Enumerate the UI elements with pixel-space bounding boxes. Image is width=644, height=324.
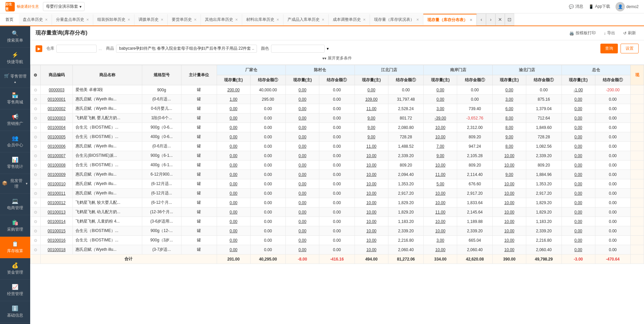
td-wh-2-stock[interactable]: 10.00 bbox=[355, 217, 388, 226]
td-wh-2-stock[interactable]: 10.00 bbox=[355, 189, 388, 198]
td-wh-0-stock[interactable]: 1.00 bbox=[217, 95, 250, 104]
td-wh-1-stock[interactable]: 0.00 bbox=[286, 85, 319, 95]
td-wh-3-stock[interactable]: 0.00 bbox=[424, 95, 457, 104]
tab-prev-btn[interactable]: ‹ bbox=[477, 13, 486, 26]
td-wh-0-stock[interactable]: 0.00 bbox=[217, 132, 250, 142]
user-area[interactable]: 👤 demo2 bbox=[615, 2, 639, 11]
print-btn[interactable]: 🖨️ 按模板打印 bbox=[567, 29, 598, 37]
td-wh-1-stock[interactable]: 0.00 bbox=[286, 113, 319, 123]
search-btn[interactable]: 查询 bbox=[600, 44, 618, 53]
td-wh-1-stock[interactable]: 0.00 bbox=[286, 245, 319, 254]
sidebar-item-member[interactable]: 👥 会员中心 bbox=[0, 131, 30, 152]
td-wh-0-stock[interactable]: 0.00 bbox=[217, 104, 250, 113]
td-code[interactable]: 00100010 bbox=[41, 179, 73, 189]
td-total-stock[interactable]: 0.00 bbox=[561, 123, 595, 132]
td-wh-1-stock[interactable]: 0.00 bbox=[286, 95, 319, 104]
color-input[interactable] bbox=[271, 45, 325, 53]
tab-flpddl[interactable]: 分量盘点单历史 ✕ bbox=[52, 14, 93, 25]
td-wh-2-stock[interactable]: 109.00 bbox=[355, 95, 388, 104]
sidebar-item-finance[interactable]: 💰 资金管理 bbox=[0, 258, 30, 280]
td-code[interactable]: 00100002 bbox=[41, 104, 73, 113]
tab-yhd-close[interactable]: ✕ bbox=[194, 18, 197, 21]
tab-xczl-kcqk[interactable]: 现存量（库存状况表） ✕ bbox=[370, 14, 423, 25]
td-wh-3-stock[interactable]: 11.00 bbox=[424, 170, 457, 179]
tab-close-all-btn[interactable]: ✕ bbox=[495, 13, 505, 26]
td-wh-0-stock[interactable]: 0.00 bbox=[217, 207, 250, 217]
th-settings[interactable]: ⚙ bbox=[31, 65, 41, 85]
td-wh-1-stock[interactable]: 0.00 bbox=[286, 142, 319, 151]
tab-clckd[interactable]: 材料出库单历史 ✕ bbox=[242, 14, 283, 25]
td-wh-0-stock[interactable]: 0.00 bbox=[217, 217, 250, 226]
tab-cbtz[interactable]: 成本调整单历史 ✕ bbox=[329, 14, 370, 25]
tab-zzcc-close[interactable]: ✕ bbox=[127, 18, 130, 21]
td-wh-0-stock[interactable]: 0.00 bbox=[217, 179, 250, 189]
td-wh-3-stock[interactable]: 3.00 bbox=[424, 104, 457, 113]
td-total-stock[interactable]: 0.00 bbox=[561, 189, 595, 198]
td-code[interactable]: 00100007 bbox=[41, 151, 73, 160]
td-wh-1-stock[interactable]: 0.00 bbox=[286, 170, 319, 179]
td-wh-1-stock[interactable]: 0.00 bbox=[286, 151, 319, 160]
td-wh-2-stock[interactable]: 10.00 bbox=[355, 151, 388, 160]
td-wh-3-stock[interactable]: 9.00 bbox=[424, 151, 457, 160]
sidebar-item-purchase[interactable]: 🛍️ 采购管理 bbox=[0, 215, 30, 237]
td-wh-1-stock[interactable]: 0.00 bbox=[286, 198, 319, 207]
td-wh-3-stock[interactable]: 7.00 bbox=[424, 142, 457, 151]
td-wh-4-stock[interactable]: 8.00 bbox=[492, 113, 526, 123]
td-wh-4-stock[interactable]: 10.00 bbox=[492, 198, 526, 207]
tab-xczl-kcqk-close[interactable]: ✕ bbox=[416, 18, 419, 21]
sidebar-item-marketing[interactable]: 📢 营销推广 bbox=[0, 109, 30, 131]
td-wh-0-stock[interactable]: 0.00 bbox=[217, 123, 250, 132]
td-wh-4-stock[interactable]: 3.00 bbox=[492, 95, 526, 104]
tab-expand-btn[interactable]: ⊡ bbox=[505, 13, 514, 26]
td-wh-2-stock[interactable]: 10.00 bbox=[355, 245, 388, 254]
td-wh-1-stock[interactable]: 0.00 bbox=[286, 160, 319, 170]
setting-btn[interactable]: 设置 bbox=[621, 44, 639, 53]
td-code[interactable]: 00100003 bbox=[41, 113, 73, 123]
td-wh-3-stock[interactable]: 5.00 bbox=[424, 179, 457, 189]
td-wh-0-stock[interactable]: 0.00 bbox=[217, 113, 250, 123]
td-wh-0-stock[interactable]: 0.00 bbox=[217, 198, 250, 207]
td-wh-0-stock[interactable]: 0.00 bbox=[217, 236, 250, 245]
sidebar-item-wholesale[interactable]: 📦 批发管理 ▼ bbox=[0, 174, 30, 194]
td-wh-3-stock[interactable]: 3.00 bbox=[424, 236, 457, 245]
message-btn[interactable]: 💬 消息 bbox=[569, 4, 583, 9]
tab-zzcc[interactable]: 组装拆卸单历史 ✕ bbox=[93, 14, 135, 25]
td-total-stock[interactable]: 0.00 bbox=[561, 95, 595, 104]
td-wh-4-stock[interactable]: 10.00 bbox=[492, 189, 526, 198]
industry-dropdown[interactable]: 母婴行业演示陈套 ▾ bbox=[43, 2, 85, 11]
td-wh-1-stock[interactable]: 0.00 bbox=[286, 189, 319, 198]
td-wh-3-stock[interactable]: 10.00 bbox=[424, 123, 457, 132]
td-wh-4-stock[interactable]: 10.00 bbox=[492, 207, 526, 217]
tab-yhd[interactable]: 要货单历史 ✕ bbox=[168, 14, 201, 25]
td-wh-1-stock[interactable]: 0.00 bbox=[286, 217, 319, 226]
warehouse-input[interactable] bbox=[56, 45, 97, 53]
td-total-stock[interactable]: 0.00 bbox=[561, 160, 595, 170]
td-code[interactable]: 00100011 bbox=[41, 189, 73, 198]
tab-tbbos[interactable]: 调拨单历史 ✕ bbox=[135, 14, 168, 25]
filter-toggle-btn[interactable]: ▶ bbox=[36, 45, 42, 52]
td-wh-4-stock[interactable]: 6.00 bbox=[492, 104, 526, 113]
tab-next-btn[interactable]: › bbox=[486, 13, 495, 26]
td-wh-2-stock[interactable]: 9.00 bbox=[355, 113, 388, 123]
td-code[interactable]: 00100009 bbox=[41, 170, 73, 179]
td-wh-2-stock[interactable]: 10.00 bbox=[355, 207, 388, 217]
sidebar-item-nav[interactable]: ⚡ 快捷导航 bbox=[0, 48, 30, 69]
export-btn[interactable]: ↓ 导出 bbox=[601, 29, 618, 37]
tab-pddl[interactable]: 盘点单历史 ✕ bbox=[19, 14, 52, 25]
td-total-stock[interactable]: 0.00 bbox=[561, 142, 595, 151]
td-wh-3-stock[interactable]: 10.00 bbox=[424, 160, 457, 170]
goods-input[interactable] bbox=[116, 45, 257, 53]
td-wh-4-stock[interactable]: 10.00 bbox=[492, 245, 526, 254]
td-code[interactable]: 00100005 bbox=[41, 132, 73, 142]
td-wh-3-stock[interactable]: 10.00 bbox=[424, 217, 457, 226]
sidebar-item-retail-shop[interactable]: 🏪 零售商城 bbox=[0, 88, 30, 109]
sidebar-item-operation[interactable]: 📈 经营管理 bbox=[0, 280, 30, 301]
td-wh-2-stock[interactable]: 10.00 bbox=[355, 179, 388, 189]
td-wh-4-stock[interactable]: 8.00 bbox=[492, 123, 526, 132]
td-wh-2-stock[interactable]: 10.00 bbox=[355, 198, 388, 207]
td-code[interactable]: 00100013 bbox=[41, 207, 73, 217]
td-wh-4-stock[interactable]: 10.00 bbox=[492, 160, 526, 170]
td-wh-4-stock[interactable]: 0.00 bbox=[492, 85, 526, 95]
td-total-stock[interactable]: 0.00 bbox=[561, 236, 595, 245]
td-wh-1-stock[interactable]: 0.00 bbox=[286, 226, 319, 236]
